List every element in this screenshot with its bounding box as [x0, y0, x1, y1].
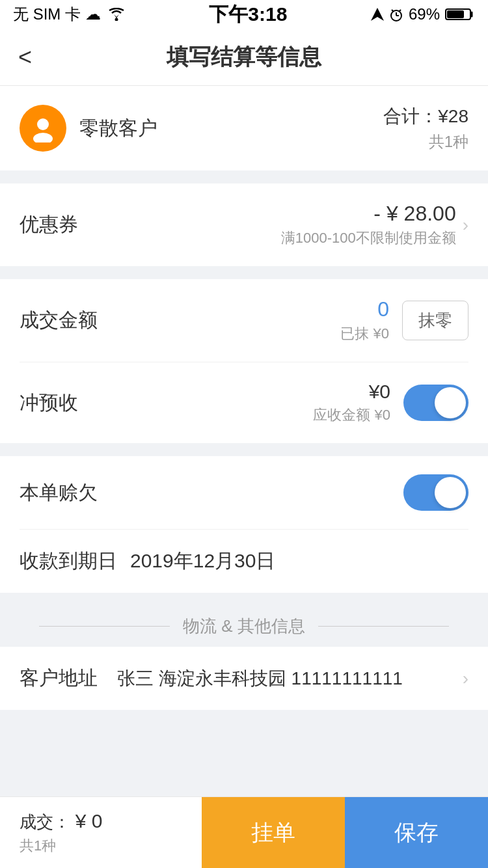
debt-toggle[interactable] [403, 474, 468, 511]
transaction-section: 成交金额 0 已抹 ¥0 抹零 冲预收 ¥0 应收金额 ¥0 [0, 279, 488, 443]
transaction-label: 成交金额 [20, 307, 98, 334]
address-row[interactable]: 客户地址 张三 海淀永丰科技园 11111111111 › [0, 647, 488, 710]
battery-percent: 69% [409, 5, 440, 23]
nav-bar: < 填写结算等信息 [0, 29, 488, 86]
pending-button[interactable]: 挂单 [202, 797, 345, 868]
customer-left: 零散客户 [20, 105, 157, 152]
due-date-label: 收款到期日 [20, 548, 117, 575]
prepay-label: 冲预收 [20, 390, 78, 416]
bottom-deal-label: 成交： [20, 812, 70, 832]
coupon-chevron-icon: › [463, 215, 468, 236]
coupon-amount: - ¥ 28.00 [281, 202, 456, 226]
prepay-amount: ¥0 [313, 381, 390, 403]
debt-card: 本单赊欠 收款到期日 2019年12月30日 [0, 456, 488, 593]
person-icon [29, 114, 57, 142]
transaction-value: 0 [340, 297, 389, 321]
transaction-sub: 已抹 ¥0 [340, 324, 389, 344]
page-title: 填写结算等信息 [167, 42, 321, 72]
svg-rect-6 [447, 10, 464, 18]
coupon-right: - ¥ 28.00 满1000-100不限制使用金额 › [281, 202, 468, 248]
svg-point-7 [37, 118, 49, 130]
transaction-right: 0 已抹 ¥0 抹零 [340, 297, 468, 344]
customer-avatar [20, 105, 66, 152]
customer-card: 零散客户 合计：¥28 共1种 [0, 86, 488, 170]
status-time: 下午3:18 [209, 1, 287, 28]
bottom-bar: 成交： ¥ 0 共1种 挂单 保存 [0, 796, 488, 868]
prepay-sub: 应收金额 ¥0 [313, 405, 390, 425]
bottom-deal-value: ¥ 0 [75, 810, 103, 832]
sim-status: 无 SIM 卡 ☁ [13, 4, 101, 25]
due-date-value: 2019年12月30日 [130, 548, 275, 575]
address-card[interactable]: 客户地址 张三 海淀永丰科技园 11111111111 › [0, 647, 488, 710]
bottom-deal-row: 成交： ¥ 0 [20, 810, 182, 834]
round-button[interactable]: 抹零 [402, 301, 468, 340]
address-chevron-icon: › [463, 668, 468, 689]
toggle-knob [435, 387, 466, 418]
wifi-icon [107, 8, 126, 21]
save-button[interactable]: 保存 [345, 797, 488, 868]
address-value: 张三 海淀永丰科技园 11111111111 [117, 666, 463, 691]
prepay-toggle[interactable] [403, 385, 468, 421]
status-left: 无 SIM 卡 ☁ [13, 4, 126, 25]
debt-label: 本单赊欠 [20, 480, 98, 506]
content: 零散客户 合计：¥28 共1种 优惠券 - ¥ 28.00 满1000-100不… [0, 86, 488, 868]
svg-point-8 [33, 133, 53, 142]
logistics-divider: 物流 & 其他信息 [0, 606, 488, 647]
status-right: 69% [371, 5, 475, 23]
due-date-row: 收款到期日 2019年12月30日 [0, 530, 488, 593]
customer-name: 零散客户 [79, 115, 157, 142]
debt-row: 本单赊欠 [0, 456, 488, 529]
logistics-section-label: 物流 & 其他信息 [183, 615, 305, 638]
customer-count: 共1种 [383, 131, 468, 152]
prepay-row: 冲预收 ¥0 应收金额 ¥0 [0, 362, 488, 443]
coupon-desc: 满1000-100不限制使用金额 [281, 228, 456, 248]
svg-marker-1 [371, 8, 384, 21]
customer-summary: 合计：¥28 共1种 [383, 104, 468, 152]
bottom-left: 成交： ¥ 0 共1种 [0, 810, 202, 856]
status-bar: 无 SIM 卡 ☁ 下午3:18 69% [0, 0, 488, 29]
bottom-count: 共1种 [20, 836, 182, 856]
customer-row: 零散客户 合计：¥28 共1种 [0, 86, 488, 170]
coupon-card[interactable]: 优惠券 - ¥ 28.00 满1000-100不限制使用金额 › [0, 183, 488, 266]
address-label: 客户地址 [20, 665, 98, 692]
alarm-icon [389, 7, 403, 21]
location-icon [371, 7, 384, 22]
debt-toggle-knob [435, 477, 466, 508]
svg-point-0 [115, 18, 118, 21]
coupon-label: 优惠券 [20, 211, 78, 238]
bottom-buttons: 挂单 保存 [202, 797, 488, 868]
coupon-row[interactable]: 优惠券 - ¥ 28.00 满1000-100不限制使用金额 › [0, 183, 488, 266]
transaction-row: 成交金额 0 已抹 ¥0 抹零 [0, 279, 488, 362]
battery-icon [445, 7, 475, 21]
prepay-right: ¥0 应收金额 ¥0 [313, 381, 468, 425]
back-button[interactable]: < [18, 44, 32, 71]
customer-total: 合计：¥28 [383, 104, 468, 129]
